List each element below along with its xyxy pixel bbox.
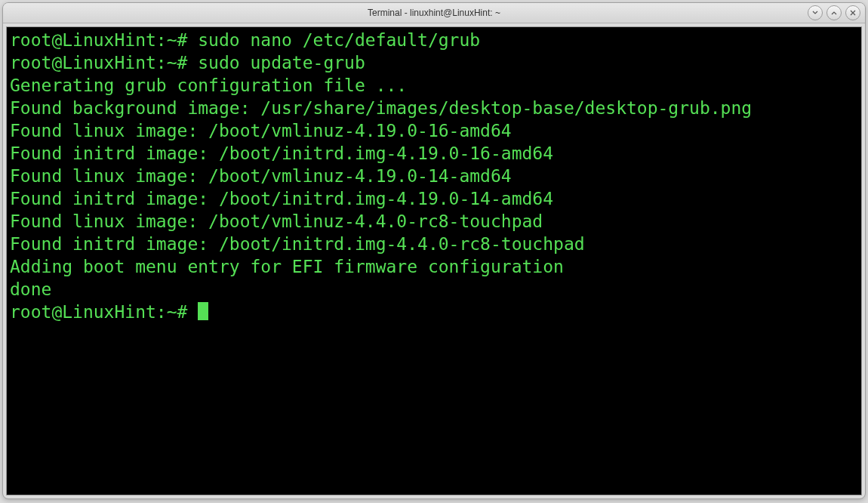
shell-output: Adding boot menu entry for EFI firmware … [10,257,564,276]
titlebar[interactable]: Terminal - linuxhint@LinuxHint: ~ [3,3,865,23]
shell-output: Found initrd image: /boot/initrd.img-4.1… [10,143,553,163]
shell-output: Found linux image: /boot/vmlinuz-4.4.0-r… [10,211,543,231]
close-button[interactable] [845,5,860,20]
shell-command: sudo nano /etc/default/grub [198,30,480,50]
shell-output: Found initrd image: /boot/initrd.img-4.1… [10,189,553,208]
terminal-line: Found linux image: /boot/vmlinuz-4.19.0-… [10,119,858,142]
window-title: Terminal - linuxhint@LinuxHint: ~ [368,8,500,18]
shell-prompt: root@LinuxHint:~# [10,30,198,50]
close-icon [850,10,856,16]
terminal-line: Found initrd image: /boot/initrd.img-4.1… [10,187,858,210]
terminal-window: Terminal - linuxhint@LinuxHint: ~ root@L… [2,2,866,499]
minimize-icon [812,10,818,16]
shell-output: Found linux image: /boot/vmlinuz-4.19.0-… [10,121,512,140]
shell-command: sudo update-grub [198,53,365,73]
terminal-line: Found linux image: /boot/vmlinuz-4.4.0-r… [10,210,858,233]
terminal-line: root@LinuxHint:~# [10,301,858,323]
terminal-line: Found initrd image: /boot/initrd.img-4.1… [10,142,858,165]
minimize-button[interactable] [808,5,823,20]
terminal-line: Found initrd image: /boot/initrd.img-4.4… [10,233,858,255]
shell-output: Generating grub configuration file ... [10,76,407,95]
shell-output: Found initrd image: /boot/initrd.img-4.4… [10,234,585,254]
window-controls [808,5,860,20]
terminal-line: Found background image: /usr/share/image… [10,97,858,119]
cursor [198,302,208,320]
terminal-line: root@LinuxHint:~# sudo nano /etc/default… [10,29,858,51]
maximize-icon [831,10,837,16]
terminal-line: Found linux image: /boot/vmlinuz-4.19.0-… [10,165,858,187]
terminal-line: Generating grub configuration file ... [10,74,858,97]
terminal-line: done [10,278,858,301]
terminal-line: root@LinuxHint:~# sudo update-grub [10,51,858,74]
shell-output: Found linux image: /boot/vmlinuz-4.19.0-… [10,166,512,186]
maximize-button[interactable] [826,5,842,20]
shell-prompt: root@LinuxHint:~# [10,53,198,73]
terminal-line: Adding boot menu entry for EFI firmware … [10,255,858,278]
shell-output: Found background image: /usr/share/image… [10,98,752,118]
shell-output: done [10,279,51,299]
shell-prompt: root@LinuxHint:~# [10,302,198,322]
terminal-body[interactable]: root@LinuxHint:~# sudo nano /etc/default… [6,26,862,495]
